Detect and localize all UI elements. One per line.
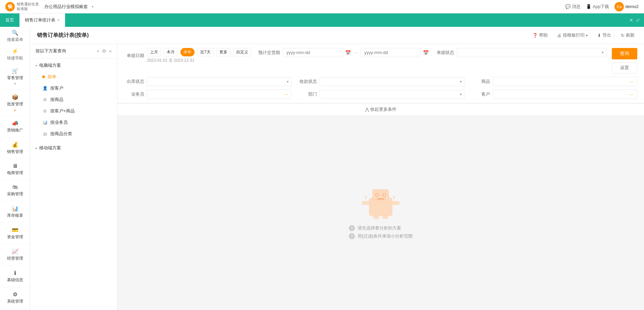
by-category-icon: ▤ xyxy=(42,131,48,137)
date-label: 单据日期 xyxy=(124,53,144,59)
app-download-btn[interactable]: 📱 App下载 xyxy=(586,4,609,10)
query-button[interactable]: 查询 xyxy=(612,48,637,59)
scheme-item-by-category[interactable]: ▤ 按商品分类 xyxy=(30,128,117,140)
svg-rect-6 xyxy=(377,198,384,200)
sidebar-item-marketing[interactable]: 📣 营销推广 xyxy=(0,116,30,138)
sidebar-item-quick-nav[interactable]: ⚡ 快捷导航 xyxy=(0,45,30,64)
export-btn[interactable]: ⬇ 导出 xyxy=(595,31,614,40)
date-btn-7days[interactable]: 近7天 xyxy=(197,48,214,56)
empty-svg-icon: ? ? xyxy=(359,184,402,221)
scheme-item-by-goods-label: 按商品 xyxy=(50,97,63,103)
customer-more-icon[interactable]: ··· xyxy=(630,92,634,97)
sidebar-item-finance[interactable]: 💳 资金管理 xyxy=(0,223,30,244)
outbound-select-wrap: ▾ xyxy=(147,77,291,86)
system-icon: ⚙ xyxy=(13,291,17,298)
date-btn-more[interactable]: 更多 xyxy=(216,48,230,56)
svg-text:?: ? xyxy=(364,195,367,201)
wholesale-expand-icon: ▴ xyxy=(14,108,16,112)
date-range-display: 2023-01-01 至 2023-12-31 xyxy=(147,58,251,63)
scheme-group-desktop: ▾ 电脑端方案 按单 👤 按客户 ⊞ 按商品 xyxy=(30,58,117,141)
receipt-label: 收款状态 xyxy=(297,79,317,85)
goods-input-wrap: ··· xyxy=(493,77,637,86)
nav-tabs: 首页 销售订单统计表 × ✕ ⤢ xyxy=(0,13,644,27)
date-btn-last-month[interactable]: 上月 xyxy=(147,48,161,56)
filter-row-2: 出库状态 ▾ 收款状态 xyxy=(124,77,637,86)
tab-close-btn[interactable]: × xyxy=(57,18,60,22)
export-icon: ⬇ xyxy=(597,33,601,38)
scheme-item-by-customer-label: 按客户 xyxy=(50,85,63,91)
empty-step-2: 2 用[过滤]条件来缩小分析范围 xyxy=(349,233,412,239)
refresh-btn[interactable]: ↻ 刷新 xyxy=(618,31,637,40)
basics-icon: ℹ xyxy=(14,270,16,276)
close-window-btn[interactable]: ✕ xyxy=(629,17,633,23)
scheme-item-by-order[interactable]: 按单 xyxy=(30,71,117,83)
sidebar-item-inventory[interactable]: 📊 库存核算 xyxy=(0,201,30,223)
goods-more-icon[interactable]: ··· xyxy=(630,79,634,84)
print-btn[interactable]: 🖨 按模板打印 ▾ xyxy=(554,31,591,40)
date-btn-this-month[interactable]: 本月 xyxy=(164,48,178,56)
by-customer-icon: 👤 xyxy=(42,86,48,91)
sidebar-item-retail[interactable]: 🛒 零售管理 ▾ xyxy=(0,64,30,90)
scheme-item-by-customer-goods[interactable]: ⊞ 按客户+商品 xyxy=(30,105,117,117)
active-dot-icon xyxy=(42,75,45,78)
left-sidebar-icons: + ⚙ « xyxy=(97,48,112,54)
receipt-select[interactable] xyxy=(320,77,464,86)
sidebar-operations-label: 经营管理 xyxy=(7,256,23,261)
date-btn-this-year[interactable]: 本年 xyxy=(180,48,195,56)
sidebar-item-system[interactable]: ⚙ 系统管理 xyxy=(0,287,30,309)
sidebar-item-wholesale[interactable]: 📦 批发管理 ▴ xyxy=(0,90,30,116)
receipt-select-wrap: ▾ xyxy=(320,77,464,86)
sidebar-item-enterprise[interactable]: 🏢 企业协同 xyxy=(0,309,30,310)
sidebar-item-ecommerce[interactable]: 🖥 电商管理 xyxy=(0,159,30,180)
settings-scheme-icon[interactable]: ⚙ xyxy=(102,48,106,54)
expected-date-start-input[interactable] xyxy=(283,48,343,57)
sidebar-item-search[interactable]: 🔍 搜索菜单 xyxy=(0,27,30,45)
scheme-group-mobile-header[interactable]: ▸ 移动端方案 xyxy=(30,142,117,154)
page-title: 销售订单统计表(按单) xyxy=(37,32,89,39)
collapse-scheme-icon[interactable]: « xyxy=(109,48,112,54)
expected-date-start-wrap: 📅 xyxy=(283,48,351,57)
filter-panel: 单据日期 上月 本月 本年 近7天 更多 自定义 20 xyxy=(117,44,644,103)
goods-section: 商品 ··· xyxy=(470,77,637,86)
scheme-item-by-salesperson[interactable]: 📊 按业务员 xyxy=(30,117,117,128)
calendar-start-icon[interactable]: 📅 xyxy=(345,50,351,55)
maximize-window-btn[interactable]: ⤢ xyxy=(636,17,640,23)
logo-text: 销售通好生意 标准版 xyxy=(17,2,39,11)
tab-home[interactable]: 首页 xyxy=(0,13,19,27)
operations-icon: 📈 xyxy=(12,248,18,255)
collapse-filter-btn[interactable]: ⋀ 收起更多条件 xyxy=(117,103,644,115)
empty-steps-list: 1 请先选择要分析的方案 2 用[过滤]条件来缩小分析范围 xyxy=(349,225,412,241)
app-title-dropdown-icon[interactable]: ▾ xyxy=(92,5,94,8)
help-btn[interactable]: ❓ 帮助 xyxy=(530,31,550,40)
scheme-item-by-customer[interactable]: 👤 按客户 xyxy=(30,83,117,94)
date-controls: 上月 本月 本年 近7天 更多 自定义 2023-01-01 至 2023-12… xyxy=(147,48,251,63)
date-btn-custom[interactable]: 自定义 xyxy=(233,48,251,56)
scheme-item-by-category-label: 按商品分类 xyxy=(50,131,72,137)
sidebar-item-operations[interactable]: 📈 经营管理 xyxy=(0,244,30,266)
user-area[interactable]: Ea demo2 xyxy=(614,2,639,11)
department-select-wrap: ▾ xyxy=(320,90,464,99)
expected-date-end-input[interactable] xyxy=(361,48,421,57)
content-area: 销售订单统计表(按单) ❓ 帮助 🖨 按模板打印 ▾ ⬇ 导出 ↻ 刷新 xyxy=(30,27,644,310)
top-bar-left: 畅 销售通好生意 标准版 办公用品行业模拟账套 ▾ xyxy=(5,2,94,11)
sidebar-item-sales[interactable]: 💰 销售管理 xyxy=(0,138,30,159)
settings-button[interactable]: 设置 xyxy=(612,62,637,73)
department-select[interactable] xyxy=(320,90,464,99)
calendar-end-icon[interactable]: 📅 xyxy=(423,50,429,55)
salesperson-more-icon[interactable]: ··· xyxy=(284,92,288,97)
scheme-item-by-goods[interactable]: ⊞ 按商品 xyxy=(30,94,117,105)
add-scheme-icon[interactable]: + xyxy=(97,48,99,54)
outbound-section: 出库状态 ▾ xyxy=(124,77,291,86)
scheme-group-desktop-header[interactable]: ▾ 电脑端方案 xyxy=(30,60,117,71)
sidebar-item-basics[interactable]: ℹ 基础信息 xyxy=(0,266,30,287)
by-goods-icon: ⊞ xyxy=(42,97,48,102)
tab-sales-order[interactable]: 销售订单统计表 × xyxy=(19,13,65,27)
outbound-select[interactable] xyxy=(147,77,291,86)
status-select[interactable] xyxy=(457,48,606,57)
left-sidebar-title: 按以下方案查询 xyxy=(36,48,66,54)
message-btn[interactable]: 💬 消息 xyxy=(565,4,581,10)
step-2-num: 2 xyxy=(349,233,355,239)
main-layout: 🔍 搜索菜单 ⚡ 快捷导航 🛒 零售管理 ▾ 📦 批发管理 ▴ 📣 营销推广 💰… xyxy=(0,27,644,310)
svg-point-4 xyxy=(376,194,378,196)
sidebar-item-purchase[interactable]: 🛍 采购管理 xyxy=(0,180,30,201)
